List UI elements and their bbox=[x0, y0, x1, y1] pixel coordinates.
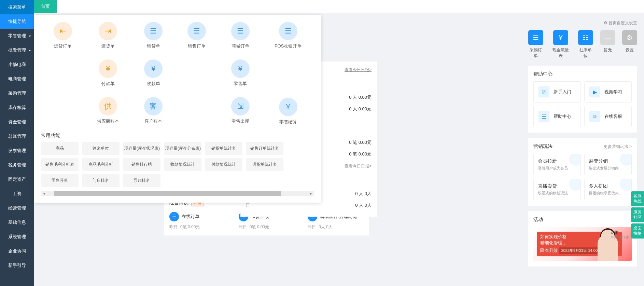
custom-home-link[interactable]: ⚙ 首页自定义设置 bbox=[528, 20, 637, 26]
quicknav-scrollbar[interactable]: ◄ ► bbox=[41, 191, 314, 196]
shortcut-icon: ⚙ bbox=[622, 30, 637, 45]
activity-banner[interactable]: 如何实现价格 精细化管理， 降本升效 2022年9月23日 14:00（星期五）… bbox=[533, 227, 632, 261]
flow-icon: ⇥ bbox=[99, 22, 117, 40]
common-btn-14[interactable]: 导购排名 bbox=[123, 174, 160, 187]
flow-icon: 客 bbox=[144, 97, 163, 115]
market-item-3[interactable]: 多人拼团拼团购物享受优惠 bbox=[584, 179, 632, 200]
flow-icon: ¥ bbox=[231, 59, 250, 78]
flow-icon: ☰ bbox=[279, 22, 297, 40]
help-icon: ☑ bbox=[538, 86, 549, 97]
common-title: 常用功能 bbox=[41, 133, 314, 139]
flow-0-3[interactable]: ☰销售订单 bbox=[187, 22, 206, 49]
flow-icon: ☰ bbox=[231, 22, 250, 40]
sidebar-item-3[interactable]: 小畅电商 bbox=[0, 57, 34, 72]
common-btn-5[interactable]: 销售订单统计表 bbox=[246, 142, 283, 155]
flow-icon: ☰ bbox=[144, 22, 163, 40]
flow-icon: ¥ bbox=[144, 59, 163, 78]
common-btn-7[interactable]: 商品毛利分析 bbox=[82, 158, 120, 171]
help-icon: ☰ bbox=[538, 111, 549, 122]
common-btn-4[interactable]: 销货单统计表 bbox=[205, 142, 242, 155]
sidebar-item-4[interactable]: 电商管理 bbox=[0, 72, 34, 86]
flow-2-5[interactable]: ¥零售结算 bbox=[279, 98, 297, 125]
shortcut-1[interactable]: ¥现金流量表 bbox=[551, 30, 571, 59]
sidebar-item-16[interactable]: 企业协同 bbox=[0, 244, 34, 258]
market-item-1[interactable]: 裂变分销裂变式发展分销商 bbox=[584, 154, 632, 175]
shortcut-3[interactable]: —暂无 bbox=[600, 30, 615, 59]
sidebar-item-10[interactable]: 税务管理 bbox=[0, 158, 34, 172]
scroll-left-icon[interactable]: ◄ bbox=[41, 192, 47, 195]
tab-home[interactable]: 首页 bbox=[34, 0, 57, 13]
help-icon: ☺ bbox=[589, 111, 600, 122]
float-btn-0[interactable]: 客服热线 bbox=[631, 191, 644, 206]
help-item-0[interactable]: ☑新手入门 bbox=[533, 81, 581, 103]
activity-title: 活动 bbox=[533, 217, 543, 223]
main-area: 首页 ⚙ 首页自定义设置 ☰采购订单¥现金流量表☷往来单位—暂无⚙设置 帮助中心… bbox=[34, 0, 644, 286]
shortcut-0[interactable]: ☰采购订单 bbox=[528, 30, 544, 59]
sidebar-item-2[interactable]: 批发管理▾ bbox=[0, 43, 34, 57]
report-link-1[interactable]: 查看今日日报> bbox=[345, 67, 372, 73]
flow-2-2[interactable]: 客客户账本 bbox=[144, 97, 163, 124]
quicknav-panel: ⇤进货订单⇥进货单¥付款单供供应商账本☰销货单¥收款单客客户账本☰销售订单☰商城… bbox=[34, 15, 321, 203]
shortcut-4[interactable]: ⚙设置 bbox=[622, 30, 637, 59]
common-btn-8[interactable]: 销售排行榜 bbox=[123, 158, 160, 171]
flow-2-4[interactable]: ⇲零售出库 bbox=[231, 97, 250, 124]
help-item-2[interactable]: ☰帮助中心 bbox=[533, 106, 581, 127]
flow-icon: ⇤ bbox=[54, 22, 72, 40]
flow-icon: ¥ bbox=[279, 98, 297, 116]
sidebar-item-7[interactable]: 资金管理 bbox=[0, 115, 34, 129]
common-btn-13[interactable]: 门店排名 bbox=[82, 174, 120, 187]
flow-0-0[interactable]: ⇤进货订单 bbox=[54, 22, 72, 49]
caret-icon: ▾ bbox=[29, 49, 31, 52]
flow-icon: ☰ bbox=[187, 22, 206, 40]
help-item-3[interactable]: ☺在线客服 bbox=[584, 106, 632, 127]
flow-1-2[interactable]: ¥收款单 bbox=[144, 59, 163, 87]
common-btn-6[interactable]: 销售毛利分析表 bbox=[41, 158, 79, 171]
market-item-2[interactable]: 直播卖货场景式购物新玩法 bbox=[533, 179, 581, 200]
scroll-right-icon[interactable]: ► bbox=[308, 192, 314, 195]
sidebar-item-0[interactable]: 快捷导航 bbox=[0, 14, 34, 29]
sidebar-item-6[interactable]: 库存核算 bbox=[0, 100, 34, 115]
sidebar-item-11[interactable]: 固定资产 bbox=[0, 172, 34, 187]
common-btn-3[interactable]: 现存量(库存分布表) bbox=[164, 142, 201, 155]
common-btn-11[interactable]: 进货单统计表 bbox=[246, 158, 283, 171]
common-btn-9[interactable]: 收款情况统计 bbox=[164, 158, 201, 171]
help-item-1[interactable]: ▶视频学习 bbox=[584, 81, 632, 103]
sidebar-item-5[interactable]: 采购管理 bbox=[0, 86, 34, 100]
common-btn-2[interactable]: 现存量(库存状况表) bbox=[123, 142, 160, 155]
flow-1-1[interactable]: ¥付款单 bbox=[99, 59, 117, 87]
help-icon: ▶ bbox=[589, 86, 600, 97]
sidebar-item-12[interactable]: 工资 bbox=[0, 187, 34, 201]
common-btn-10[interactable]: 付款情况统计 bbox=[205, 158, 242, 171]
sidebar-item-1[interactable]: 零售管理▾ bbox=[0, 29, 34, 43]
biz-item-0: ☰在线订单昨日0笔 0.00元 bbox=[169, 212, 225, 230]
flow-0-2[interactable]: ☰销货单 bbox=[144, 22, 163, 49]
sidebar-item-9[interactable]: 发票管理 bbox=[0, 144, 34, 158]
float-btn-2[interactable]: 桌面快捷 bbox=[631, 223, 644, 238]
sidebar-item-13[interactable]: 经营管理 bbox=[0, 201, 34, 215]
sidebar-item-14[interactable]: 基础信息 bbox=[0, 215, 34, 230]
marketing-card: 营销玩法 更多营销玩法 > 会员拉新吸引用户成为会员裂变分销裂变式发展分销商直播… bbox=[528, 138, 637, 206]
sidebar: 搜索菜单 快捷导航零售管理▾批发管理▾小畅电商电商管理采购管理库存核算资金管理总… bbox=[0, 0, 34, 286]
sidebar-item-17[interactable]: 新手引导 bbox=[0, 258, 34, 273]
sidebar-item-15[interactable]: 系统管理 bbox=[0, 230, 34, 244]
flow-0-1[interactable]: ⇥进货单 bbox=[99, 22, 117, 49]
sidebar-item-8[interactable]: 总账管理 bbox=[0, 129, 34, 144]
shortcut-2[interactable]: ☷往来单位 bbox=[577, 30, 593, 59]
flow-2-1[interactable]: 供供应商账本 bbox=[97, 97, 119, 124]
flow-0-5[interactable]: ☰POS收银开单 bbox=[275, 22, 302, 49]
report-link-2[interactable]: 查看今日日报> bbox=[345, 163, 372, 169]
flow-1-4[interactable]: ¥零售单 bbox=[231, 59, 250, 87]
marketing-title: 营销玩法 bbox=[533, 144, 552, 150]
marketing-more[interactable]: 更多营销玩法 > bbox=[604, 144, 632, 150]
shortcut-icon: ☷ bbox=[578, 30, 593, 45]
common-btn-12[interactable]: 零售开单 bbox=[41, 174, 79, 187]
flow-icon: 供 bbox=[99, 97, 117, 115]
common-btn-1[interactable]: 往来单位 bbox=[82, 142, 120, 155]
flow-0-4[interactable]: ☰商城订单 bbox=[231, 22, 250, 49]
sidebar-search[interactable]: 搜索菜单 bbox=[0, 0, 34, 14]
float-btn-1[interactable]: 服务社区 bbox=[631, 207, 644, 222]
market-item-0[interactable]: 会员拉新吸引用户成为会员 bbox=[533, 154, 581, 175]
common-btn-0[interactable]: 商品 bbox=[41, 142, 79, 155]
shortcut-icon: ☰ bbox=[528, 30, 543, 45]
scroll-thumb[interactable] bbox=[54, 191, 281, 196]
